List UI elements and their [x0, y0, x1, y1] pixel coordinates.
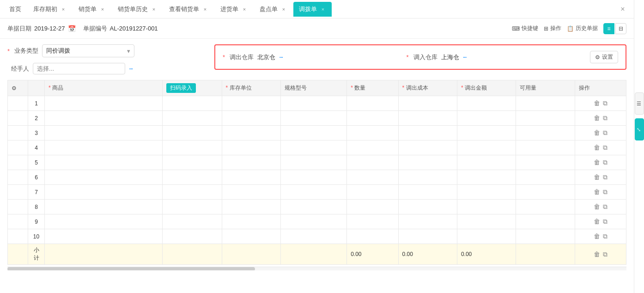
- tab-home[interactable]: 首页: [4, 2, 27, 17]
- copy-icon[interactable]: ⧉: [603, 99, 608, 107]
- th-amount: * 调出金额: [457, 80, 516, 96]
- toolbar-right: ⌨ 快捷键 ⊞ 操作 📋 历史单据 ≡ ⊟: [512, 23, 626, 34]
- table-row: 1🗑⧉: [8, 96, 626, 111]
- view-toggle: ≡ ⊟: [603, 23, 626, 34]
- cell-amount[interactable]: [457, 96, 516, 111]
- copy-icon[interactable]: ⧉: [603, 114, 608, 122]
- tab-sales-history[interactable]: 销货单历史 ×: [112, 2, 163, 17]
- copy-icon[interactable]: ⧉: [603, 250, 608, 258]
- operations-button[interactable]: ⊞ 操作: [544, 24, 561, 32]
- window-close-button[interactable]: ×: [615, 2, 630, 17]
- tab-inventory-init[interactable]: 库存期初 ×: [28, 2, 72, 17]
- required-star-in: *: [407, 54, 409, 61]
- cell-spec[interactable]: [280, 96, 346, 111]
- delete-icon[interactable]: 🗑: [594, 250, 600, 258]
- settings-gear-icon: ⚙: [595, 54, 600, 61]
- copy-icon[interactable]: ⧉: [603, 232, 608, 240]
- cell-unit[interactable]: [222, 96, 280, 111]
- delete-icon[interactable]: 🗑: [594, 203, 600, 211]
- copy-icon[interactable]: ⧉: [603, 159, 608, 166]
- tab-purchase[interactable]: 进货单 ×: [215, 2, 253, 17]
- required-star-business: *: [7, 48, 10, 55]
- delete-icon[interactable]: 🗑: [594, 114, 600, 122]
- tab-transfer[interactable]: 调拨单 ×: [293, 2, 332, 17]
- right-sidebar: ☰ ⤢: [634, 0, 644, 270]
- cell-action: 🗑⧉: [575, 96, 626, 111]
- subtotal-label: 小计: [28, 244, 45, 265]
- tab-sales-order[interactable]: 销货单 ×: [73, 2, 111, 17]
- sidebar-list-button[interactable]: ☰: [635, 92, 644, 115]
- dropdown-arrow-icon: ▾: [127, 48, 130, 55]
- in-warehouse-more-button[interactable]: ···: [463, 53, 466, 61]
- tab-close-transfer[interactable]: ×: [320, 6, 326, 12]
- scan-button[interactable]: 扫码录入: [166, 83, 196, 93]
- number-value: AL-20191227-001: [110, 25, 158, 32]
- copy-icon[interactable]: ⧉: [603, 144, 608, 152]
- table-row: 10🗑⧉: [8, 229, 626, 244]
- tab-view-sales[interactable]: 查看销货单 ×: [164, 2, 214, 17]
- cell-num: 1: [28, 96, 45, 111]
- table-row: 2🗑⧉: [8, 111, 626, 126]
- handler-input[interactable]: [33, 63, 125, 74]
- delete-icon[interactable]: 🗑: [594, 232, 600, 240]
- table-row: 6🗑⧉: [8, 170, 626, 185]
- tab-inventory-check[interactable]: 盘点单 ×: [254, 2, 292, 17]
- cell-cost[interactable]: [398, 96, 457, 111]
- delete-icon[interactable]: 🗑: [594, 173, 600, 181]
- data-table: ⚙ * 商品 扫码录入 * 库存单位 规格型号: [7, 80, 626, 265]
- settings-button[interactable]: ⚙ 设置: [590, 51, 618, 63]
- calendar-icon[interactable]: 📅: [68, 25, 76, 32]
- business-type-select[interactable]: 同价调拨 ▾: [42, 44, 134, 57]
- warehouse-section: * 调出仓库 北京仓 ··· * 调入仓库 上海仓 ··· ⚙ 设置: [214, 44, 626, 70]
- th-avail: 可用量: [516, 80, 575, 96]
- delete-icon[interactable]: 🗑: [594, 99, 600, 107]
- shortcuts-button[interactable]: ⌨ 快捷键: [512, 24, 538, 32]
- tab-close-purchase[interactable]: ×: [241, 6, 248, 12]
- copy-icon[interactable]: ⧉: [603, 129, 608, 137]
- tab-close-inventory-init[interactable]: ×: [60, 6, 67, 12]
- th-spec: 规格型号: [280, 80, 346, 96]
- handler-more-button[interactable]: ···: [129, 65, 132, 73]
- sidebar-expand-button[interactable]: ⤢: [635, 118, 644, 140]
- delete-icon[interactable]: 🗑: [594, 129, 600, 137]
- th-settings[interactable]: ⚙: [8, 80, 28, 96]
- out-warehouse-field: * 调出仓库 北京仓 ···: [223, 53, 399, 61]
- tab-close-sales-history[interactable]: ×: [151, 6, 157, 12]
- copy-icon[interactable]: ⧉: [603, 173, 608, 181]
- tab-bar: 首页 库存期初 × 销货单 × 销货单历史 × 查看销货单 × 进货单 × 盘点…: [0, 0, 634, 18]
- delete-icon[interactable]: 🗑: [594, 159, 600, 166]
- tab-close-sales-order[interactable]: ×: [99, 6, 106, 12]
- subtotal-qty: 0.00: [347, 244, 398, 265]
- delete-icon[interactable]: 🗑: [594, 144, 600, 152]
- th-scan: 扫码录入: [162, 80, 222, 96]
- in-warehouse-field: * 调入仓库 上海仓 ···: [407, 53, 583, 61]
- history-icon: 📋: [567, 25, 574, 32]
- table-row: 7🗑⧉: [8, 185, 626, 200]
- table-header-row: ⚙ * 商品 扫码录入 * 库存单位 规格型号: [8, 80, 626, 96]
- tab-close-inventory-check[interactable]: ×: [280, 6, 287, 12]
- cell-product[interactable]: [45, 96, 163, 111]
- cell-avail: [516, 96, 575, 111]
- cell-settings: [8, 96, 28, 111]
- subtotal-cost: 0.00: [398, 244, 457, 265]
- date-label: 单据日期: [7, 24, 31, 33]
- copy-icon[interactable]: ⧉: [603, 218, 608, 226]
- copy-icon[interactable]: ⧉: [603, 203, 608, 211]
- horizontal-scrollbar[interactable]: [7, 267, 626, 270]
- list-view-button[interactable]: ≡: [603, 23, 614, 34]
- date-field: 单据日期 2019-12-27 📅: [7, 24, 76, 33]
- copy-icon[interactable]: ⧉: [603, 188, 608, 196]
- out-warehouse-value: 北京仓: [257, 53, 275, 61]
- cell-qty[interactable]: [347, 96, 398, 111]
- th-product: * 商品: [45, 80, 163, 96]
- out-warehouse-more-button[interactable]: ···: [279, 53, 282, 61]
- delete-icon[interactable]: 🗑: [594, 188, 600, 196]
- in-warehouse-value: 上海仓: [441, 53, 459, 61]
- grid-view-button[interactable]: ⊟: [615, 23, 626, 34]
- grid-icon: ⊞: [544, 25, 548, 32]
- th-num: [28, 80, 45, 96]
- delete-icon[interactable]: 🗑: [594, 218, 600, 226]
- history-button[interactable]: 📋 历史单据: [567, 24, 598, 32]
- tab-close-view-sales[interactable]: ×: [202, 6, 208, 12]
- out-warehouse-label: 调出仓库: [230, 53, 254, 61]
